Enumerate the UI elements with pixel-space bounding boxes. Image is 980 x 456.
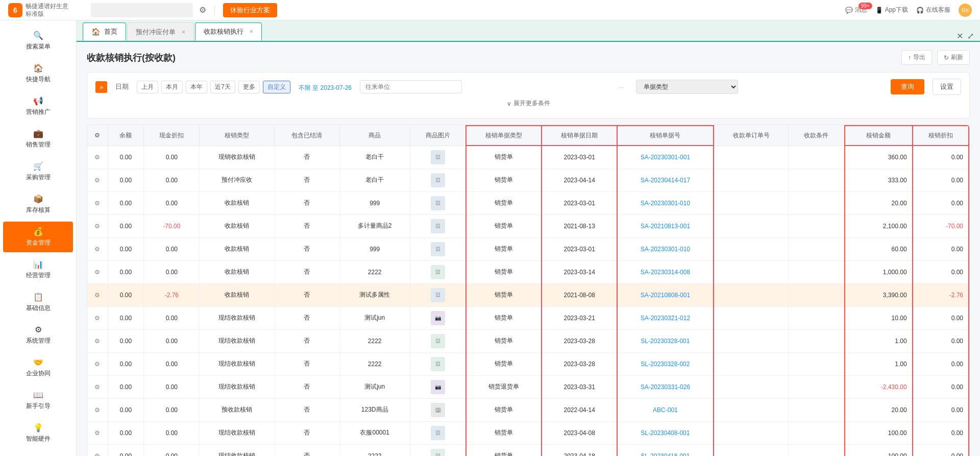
more-button[interactable]: 更多 — [238, 81, 260, 93]
table-scroll[interactable]: ⚙ 余额 现金折扣 核销类型 包含已结清 商品 商品图片 核销单据类型 核销单据… — [87, 125, 969, 456]
sidebar-item-quicknav[interactable]: 🏠 快捷导航 — [3, 58, 73, 89]
cell-cancel-bill-date: 2023-03-28 — [542, 329, 617, 352]
tab-close-all-button[interactable]: ✕ — [957, 31, 963, 41]
cell-gear[interactable]: ⚙ — [87, 191, 108, 214]
cell-gear[interactable]: ⚙ — [87, 214, 108, 237]
sidebar-item-hardware[interactable]: 💡 智能硬件 — [3, 418, 73, 448]
cell-gear[interactable]: ⚙ — [87, 329, 108, 352]
cancel-bill-link[interactable]: SA-20210808-001 — [641, 292, 690, 299]
cancel-bill-link[interactable]: ABC-001 — [653, 406, 678, 414]
sidebar-item-search[interactable]: 🔍 搜索菜单 — [3, 26, 73, 56]
cell-cancel-bill-date: 2023-03-31 — [542, 375, 617, 398]
tab-receipt-cancel-close[interactable]: × — [250, 28, 253, 35]
cell-cancel-bill-no[interactable]: SA-20230301-010 — [617, 191, 713, 214]
cell-cancel-bill-no[interactable]: SA-20230321-012 — [617, 306, 713, 329]
filter-toggle-button[interactable]: » — [95, 81, 107, 93]
sidebar-item-inventory[interactable]: 📦 库存核算 — [3, 189, 73, 220]
cell-gear[interactable]: ⚙ — [87, 237, 108, 260]
query-button[interactable]: 查询 — [891, 79, 924, 94]
sidebar-item-basic[interactable]: 📋 基础信息 — [3, 287, 73, 318]
sidebar-item-collab[interactable]: 🤝 企业协同 — [3, 352, 73, 383]
gear-button[interactable]: ⚙ — [199, 5, 206, 15]
sidebar-item-wechat[interactable]: 💬 企业微信 — [3, 450, 73, 456]
cell-cancel-bill-no[interactable]: SA-20230331-026 — [617, 375, 713, 398]
th-cancel-discount: 核销折扣 — [913, 126, 969, 146]
export-button[interactable]: ↑ 导出 — [901, 50, 932, 65]
tab-receipt-cancel[interactable]: 收款核销执行 × — [195, 22, 262, 41]
app-download-link[interactable]: 📱 App下载 — [875, 6, 908, 14]
tab-prepayment-close[interactable]: × — [182, 29, 185, 36]
custom-button[interactable]: 自定义 — [263, 81, 290, 93]
cell-cancel-bill-type: 销货单 — [466, 146, 542, 169]
cell-gear[interactable]: ⚙ — [87, 169, 108, 191]
cancel-bill-link[interactable]: SA-20230314-008 — [641, 269, 690, 276]
cancel-bill-link[interactable]: SA-20230331-026 — [641, 383, 690, 391]
cell-cash-discount: 0.00 — [144, 444, 200, 456]
th-cancel-amount: 核销金额 — [845, 126, 913, 146]
sidebar-item-operations[interactable]: 📊 经营管理 — [3, 254, 73, 285]
cancel-bill-link[interactable]: SA-20230414-017 — [641, 177, 690, 184]
service-link[interactable]: 🎧 在线客服 — [916, 6, 950, 14]
message-button[interactable]: 💬 消息 99+ — [845, 6, 867, 14]
cell-cancel-bill-no[interactable]: SA-20230414-017 — [617, 169, 713, 191]
tab-prepayment[interactable]: 预付冲应付单 × — [127, 22, 194, 41]
cell-cancel-bill-date: 2023-03-01 — [542, 191, 617, 214]
cell-cancel-bill-no[interactable]: SA-20230301-010 — [617, 237, 713, 260]
sidebar-item-system[interactable]: ⚙ 系统管理 — [3, 320, 73, 350]
cell-gear[interactable]: ⚙ — [87, 375, 108, 398]
cell-cancel-bill-no[interactable]: SL-20230328-001 — [617, 329, 713, 352]
bill-type-select[interactable]: 单据类型 — [636, 80, 738, 94]
cancel-bill-link[interactable]: SA-20230301-010 — [641, 246, 690, 253]
cell-product-img: 📷 — [410, 306, 466, 329]
cell-product: 测试jun — [339, 306, 410, 329]
sidebar-item-finance[interactable]: 💰 资金管理 — [3, 222, 73, 252]
sidebar-label-inventory: 库存核算 — [26, 206, 51, 214]
cell-receipt-condition — [789, 398, 845, 421]
cell-cancel-bill-no[interactable]: SL-20230418-001 — [617, 444, 713, 456]
refresh-button[interactable]: ↻ 刷新 — [937, 50, 970, 65]
expand-conditions-button[interactable]: ∨ 展开更多条件 — [507, 99, 550, 108]
user-avatar[interactable]: Rit — [959, 4, 972, 17]
cell-gear[interactable]: ⚙ — [87, 260, 108, 283]
cell-cancel-bill-no[interactable]: SL-20230328-002 — [617, 352, 713, 375]
cancel-bill-link[interactable]: SL-20230418-001 — [641, 452, 690, 457]
7days-button[interactable]: 近7天 — [210, 81, 235, 93]
unit-input[interactable] — [360, 80, 462, 93]
cell-gear[interactable]: ⚙ — [87, 444, 108, 456]
cell-cancel-discount: 0.00 — [913, 421, 969, 444]
cancel-bill-link[interactable]: SL-20230328-002 — [641, 361, 690, 368]
cell-gear[interactable]: ⚙ — [87, 421, 108, 444]
this-year-button[interactable]: 本年 — [186, 81, 207, 93]
cell-gear[interactable]: ⚙ — [87, 306, 108, 329]
cancel-bill-link[interactable]: SA-20230321-012 — [641, 315, 690, 322]
cell-gear[interactable]: ⚙ — [87, 283, 108, 306]
cell-cancel-bill-no[interactable]: SL-20230408-001 — [617, 421, 713, 444]
cell-balance: 0.00 — [108, 237, 144, 260]
top-search-input[interactable] — [91, 3, 193, 17]
this-month-button[interactable]: 本月 — [161, 81, 183, 93]
cell-gear[interactable]: ⚙ — [87, 352, 108, 375]
cell-cancel-bill-no[interactable]: ABC-001 — [617, 398, 713, 421]
sidebar-item-guide[interactable]: 📖 新手引导 — [3, 385, 73, 416]
th-gear[interactable]: ⚙ — [87, 126, 108, 146]
tab-fullscreen-button[interactable]: ⤢ — [967, 31, 974, 41]
cell-gear[interactable]: ⚙ — [87, 146, 108, 169]
solution-button[interactable]: 休验行业方案 — [223, 3, 277, 17]
cell-cancel-bill-no[interactable]: SA-20210808-001 — [617, 283, 713, 306]
tab-home[interactable]: 🏠 首页 — [83, 22, 126, 41]
cell-gear[interactable]: ⚙ — [87, 398, 108, 421]
last-month-button[interactable]: 上月 — [137, 81, 158, 93]
cell-cancel-bill-no[interactable]: SA-20230301-001 — [617, 146, 713, 169]
cell-cancel-amount: 100.00 — [845, 421, 913, 444]
sidebar-item-purchase[interactable]: 🛒 采购管理 — [3, 156, 73, 187]
cancel-bill-link[interactable]: SL-20230408-001 — [641, 429, 690, 437]
cell-cancel-bill-no[interactable]: SA-20230314-008 — [617, 260, 713, 283]
filter-settings-button[interactable]: 设置 — [933, 79, 961, 95]
cell-cancel-bill-no[interactable]: SA-20210813-001 — [617, 214, 713, 237]
cancel-bill-link[interactable]: SA-20230301-001 — [641, 154, 690, 161]
cancel-bill-link[interactable]: SL-20230328-001 — [641, 338, 690, 345]
cancel-bill-link[interactable]: SA-20210813-001 — [641, 223, 690, 230]
sidebar-item-marketing[interactable]: 📢 营销推广 — [3, 91, 73, 122]
cancel-bill-link[interactable]: SA-20230301-010 — [641, 200, 690, 207]
sidebar-item-sales[interactable]: 💼 销售管理 — [3, 124, 73, 154]
